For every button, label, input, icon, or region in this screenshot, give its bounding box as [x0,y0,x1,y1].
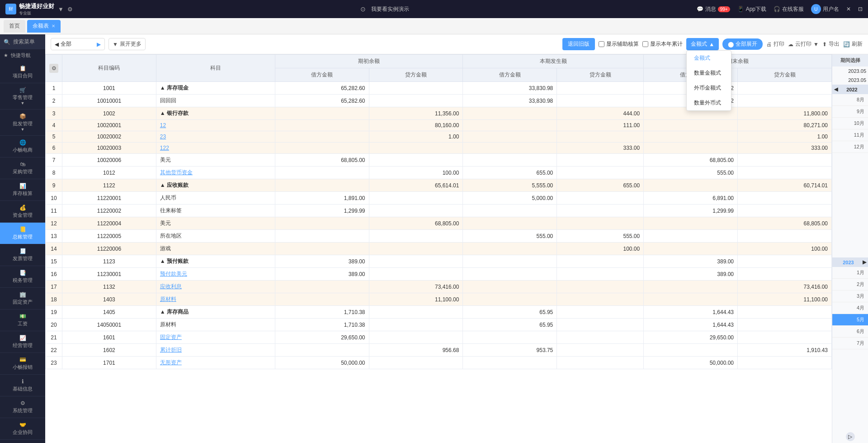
sidebar-item-basic[interactable]: ℹ 基础信息 [0,375,45,396]
toggle-icon: ⬤ [728,41,734,48]
month-2023-07[interactable]: 7月 [832,338,868,349]
sidebar-item-general[interactable]: 📒 总账管理 [0,223,45,244]
panel-collapse-btn[interactable]: ▷ [832,430,868,443]
settings-icon-top[interactable]: ⚙ [67,6,73,13]
row-closing-debit-8: 555.00 [644,167,738,179]
print-btn[interactable]: 🖨 打印 [766,40,784,48]
row-subject-17[interactable]: 应收利息 [156,281,275,293]
sidebar-item-ecommerce[interactable]: 🌐 小畅电商 [0,136,45,157]
row-subject-18[interactable]: 原材料 [156,293,275,306]
sidebar-item-payroll[interactable]: 💵 工资 [0,310,45,331]
row-closing-credit-10 [738,192,832,205]
sidebar-item-invoice[interactable]: 🧾 发票管理 [0,244,45,266]
row-period-debit-16 [463,268,557,281]
month-2022-12[interactable]: 12月 [832,141,868,153]
sales-icon: 💳 [4,357,42,363]
row-subject-22[interactable]: 累计折旧 [156,344,275,357]
tab-home-label: 首页 [9,22,20,30]
next-year-2023-btn[interactable]: ▶ [863,259,866,265]
table-container[interactable]: ⚙ 科目编码 科目 期初余额 本期发生额 期末余额 借方金额 贷方金额 借方金额 [45,54,832,443]
col-closing-credit: 贷方金额 [738,68,832,82]
expand-all-btn[interactable]: ⬤ 全部展开 [722,38,763,50]
sidebar-item-project[interactable]: 📋 项目合同 [0,62,45,83]
sidebar-item-capital[interactable]: 💰 资金管理 [0,201,45,223]
row-subject-16[interactable]: 预付款美元 [156,268,275,281]
company-selector-btn[interactable]: ▼ [58,6,64,13]
tab-home[interactable]: 首页 [4,20,25,33]
sidebar-item-assets[interactable]: 🏢 固定资产 [0,288,45,310]
table-settings-icon[interactable]: ⚙ [49,64,58,73]
show-assist-label: 显示辅助核算 [606,40,639,48]
sidebar-item-cooperation[interactable]: 🤝 企业协同 [0,418,45,440]
avatar: U [811,4,821,14]
message-btn[interactable]: 💬 消息 99+ [697,5,730,13]
sidebar-item-inventory[interactable]: 📊 库存核算 [0,179,45,201]
row-closing-debit-15: 389.00 [644,255,738,268]
month-2023-01[interactable]: 1月 [832,267,868,279]
month-2022-08[interactable]: 8月 [832,94,868,106]
col-settings-header[interactable]: ⚙ [46,55,62,82]
month-2023-04[interactable]: 4月 [832,302,868,314]
sidebar-search[interactable]: 🔍 搜索菜单 [0,34,45,49]
window-close-btn[interactable]: ✕ [846,6,851,12]
expand-more-btn[interactable]: ▼ 展开更多 [108,38,146,50]
amount-mode-btn[interactable]: 金额式 ▲ [686,38,719,50]
row-subject-21[interactable]: 固定资产 [156,331,275,344]
dropdown-item-qty-foreign[interactable]: 数量外币式 [687,95,731,110]
month-2023-02[interactable]: 2月 [832,279,868,291]
row-subject-6[interactable]: 122 [156,143,275,154]
back-old-btn[interactable]: 退回旧版 [562,38,595,50]
online-service-btn[interactable]: 🎧 在线客服 [774,5,804,13]
row-subject-4[interactable]: 12 [156,120,275,131]
row-subject-8[interactable]: 其他货币资金 [156,167,275,179]
col-opening-credit: 贷方金额 [369,68,463,82]
row-period-credit-9: 655.00 [557,179,644,192]
sidebar-item-purchase[interactable]: 🛍 采购管理 [0,157,45,179]
demo-text[interactable]: 我要看实例演示 [371,5,409,13]
refresh-btn[interactable]: 🔄 刷新 [843,40,863,48]
dropdown-item-amount[interactable]: 金额式 [687,51,731,66]
sidebar-item-system[interactable]: ⚙ 系统管理 [0,396,45,418]
sidebar-item-sales[interactable]: 💳 小畅报销 [0,353,45,375]
row-closing-credit-9: 60,714.01 [738,179,832,192]
row-period-credit-23 [557,357,644,369]
row-subject-13: 所在地区 [156,230,275,243]
show-assist-checkbox[interactable] [599,41,604,47]
sidebar-item-retail[interactable]: 🛒 零售管理 ▼ [0,83,45,110]
export-btn[interactable]: ⬆ 导出 [822,40,840,48]
row-period-credit-12 [557,217,644,230]
show-ytd-checkbox[interactable] [642,41,648,47]
row-subject-23[interactable]: 无形资产 [156,357,275,369]
tab-close-btn[interactable]: ✕ [52,24,55,29]
show-assist-check[interactable]: 显示辅助核算 [599,40,639,48]
row-subject-10: 人民币 [156,192,275,205]
dropdown-item-foreign-amount[interactable]: 外币金额式 [687,81,731,95]
show-ytd-check[interactable]: 显示本年累计 [642,40,683,48]
row-subject-5[interactable]: 23 [156,131,275,143]
month-2022-09[interactable]: 9月 [832,106,868,118]
app-download-btn[interactable]: 📱 App下载 [737,5,766,13]
sidebar-item-tax[interactable]: 📑 税务管理 [0,266,45,288]
window-expand-btn[interactable]: ⊡ [858,6,863,12]
sidebar-item-operations[interactable]: 📈 经营管理 [0,331,45,353]
year-2023-label: 2023 [843,260,854,265]
collapse-icon[interactable]: ▷ [846,432,855,441]
month-2022-10[interactable]: 10月 [832,118,868,129]
month-2023-06[interactable]: 6月 [832,326,868,338]
month-2023-05[interactable]: 5月 [832,314,868,326]
tab-balance[interactable]: 余额表 ✕ [27,20,61,33]
row-subject-7: 美元 [156,154,275,167]
table-row: 6 10020003 122 333.00 333.00 [46,143,832,154]
sidebar-item-guide[interactable]: 🚀 新手引导 [0,440,45,443]
month-2022-11[interactable]: 11月 [832,129,868,141]
toolbar: ◀ 全部 ▶ ▼ 展开更多 退回旧版 显示辅助核算 显示本年累计 [45,34,868,54]
sidebar-item-wholesale[interactable]: 📦 批发管理 ▼ [0,110,45,136]
export-label: 导出 [829,40,840,48]
cloud-print-btn[interactable]: ☁ 云打印 ▼ [788,40,819,48]
user-avatar[interactable]: U 用户名 [811,4,839,14]
sidebar-nav-shortcut[interactable]: ★ 快捷导航 [0,49,45,62]
prev-year-btn[interactable]: ◀ [834,86,838,92]
subject-search-box[interactable]: ◀ 全部 ▶ [51,38,105,50]
month-2023-03[interactable]: 3月 [832,291,868,302]
dropdown-item-qty-amount[interactable]: 数量金额式 [687,66,731,81]
